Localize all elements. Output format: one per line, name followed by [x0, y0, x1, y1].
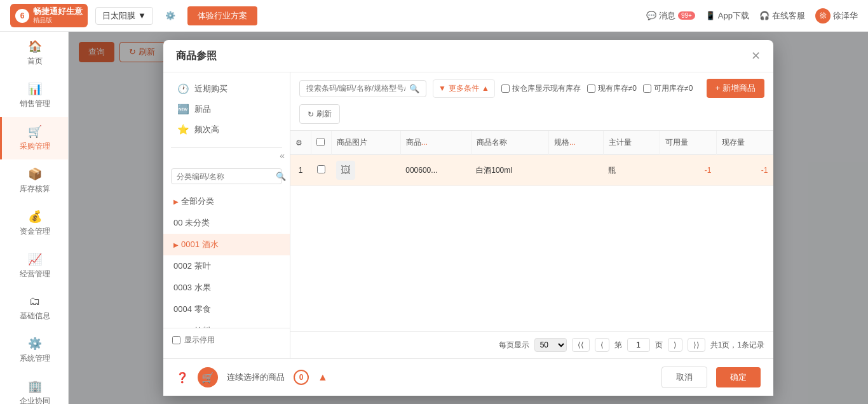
- sidebar-item-finance[interactable]: 💰 资金管理: [0, 202, 68, 245]
- app-download-btn[interactable]: 📱 App下载: [705, 10, 749, 22]
- user-menu[interactable]: 徐 徐泽华: [815, 8, 858, 24]
- refresh-btn[interactable]: ↻ 刷新: [299, 104, 340, 124]
- help-icon[interactable]: ❓: [176, 372, 189, 384]
- sidebar-item-home[interactable]: 🏠 首页: [0, 32, 68, 74]
- td-seq: 1: [290, 155, 311, 186]
- confirm-btn[interactable]: 确定: [716, 367, 761, 387]
- topnav: 6 畅捷通好生意 精品版 日太阳膜 ▼ ⚙️ 体验行业方案 💬 消息 99+ 📱…: [0, 0, 868, 32]
- total-label: 共1页，1条记录: [710, 340, 764, 351]
- cart-icon: 🛒: [201, 372, 214, 384]
- cancel-btn[interactable]: 取消: [661, 367, 707, 388]
- cat-item-0001[interactable]: ▶ 0001 酒水: [163, 234, 290, 255]
- modal-title: 商品参照: [176, 50, 217, 63]
- cat-search-input[interactable]: [177, 172, 272, 181]
- stock-nonzero-checkbox[interactable]: [587, 84, 595, 93]
- page-first-btn[interactable]: ⟨⟨: [572, 338, 590, 352]
- sidebar-item-sys[interactable]: ⚙️ 系统管理: [0, 329, 68, 372]
- page-prev-btn[interactable]: ⟨: [595, 338, 609, 352]
- td-unit: 瓶: [603, 155, 660, 186]
- td-checkbox[interactable]: [311, 155, 331, 186]
- page-next-btn[interactable]: ⟩: [668, 338, 682, 352]
- product-search-input[interactable]: [306, 84, 405, 93]
- table-row[interactable]: 1 🖼 000600... 白酒100ml: [290, 155, 773, 186]
- cat-label-0004: 0004 零食: [173, 304, 211, 315]
- cat-label-0002: 0002 茶叶: [173, 260, 211, 272]
- cat-item-0005[interactable]: 0005 饮料: [163, 320, 290, 328]
- messages-btn[interactable]: 💬 消息 99+: [646, 10, 695, 22]
- service-label: 在线客服: [772, 10, 805, 22]
- warehouse-checkbox[interactable]: [501, 84, 510, 93]
- stock-nonzero-filter[interactable]: 现有库存≠0: [587, 83, 637, 94]
- sidebar-item-sales[interactable]: 📊 销售管理: [0, 74, 68, 117]
- per-page-select[interactable]: 50 100: [534, 338, 567, 352]
- app-layout: 🏠 首页 📊 销售管理 🛒 采购管理 📦 库存核算 💰 资金管理 📈 经营管理 …: [0, 32, 868, 404]
- th-settings[interactable]: ⚙: [290, 131, 311, 155]
- select-all-checkbox[interactable]: [316, 138, 325, 146]
- cat-item-00[interactable]: 00 未分类: [163, 212, 290, 234]
- cat-item-0002[interactable]: 0002 茶叶: [163, 255, 290, 277]
- cat-label-00: 00 未分类: [173, 217, 210, 229]
- filter-new[interactable]: 🆕 新品: [171, 99, 282, 119]
- add-product-btn[interactable]: + 新增商品: [707, 79, 764, 98]
- td-available: -1: [660, 155, 716, 186]
- home-icon: 🏠: [28, 39, 42, 53]
- settings-icon[interactable]: ⚙️: [161, 6, 180, 25]
- page-input[interactable]: [627, 338, 650, 352]
- chevron-down-icon: ▼: [138, 11, 146, 20]
- table-header: ⚙ 商品图片 商品... 商品名称 规格... 主计量 可用量 现存量: [290, 131, 773, 155]
- filter-recent[interactable]: 🕐 近期购买: [171, 79, 282, 99]
- modal-close-btn[interactable]: ✕: [751, 49, 761, 63]
- sidebar-label-ops: 经营管理: [20, 269, 50, 279]
- sales-icon: 📊: [28, 82, 42, 96]
- app-label: App下载: [718, 10, 749, 22]
- recent-icon: 🕐: [177, 83, 189, 95]
- show-disabled-label[interactable]: 显示停用: [184, 335, 215, 346]
- sidebar-label-purchase: 采购管理: [20, 141, 50, 152]
- new-icon: 🆕: [177, 104, 189, 115]
- cat-label-0001: 0001 酒水: [181, 239, 219, 250]
- warehouse-filter[interactable]: 按仓库显示现有库存: [501, 83, 581, 94]
- filter-frequent-label: 频次高: [194, 124, 219, 135]
- divider-1: [171, 147, 282, 148]
- sidebar-label-sales: 销售管理: [20, 98, 50, 109]
- nav-right: 💬 消息 99+ 📱 App下载 🎧 在线客服 徐 徐泽华: [646, 8, 858, 24]
- search-icon: 🔍: [409, 84, 419, 93]
- cat-arrow-all: ▶: [173, 198, 179, 205]
- cat-item-0003[interactable]: 0003 水果: [163, 277, 290, 299]
- sidebar-item-inventory[interactable]: 📦 库存核算: [0, 159, 68, 202]
- row-checkbox[interactable]: [317, 165, 325, 173]
- company-selector[interactable]: 日太阳膜 ▼: [95, 7, 153, 25]
- modal-toolbar: 🔍 ▼ 更多条件 ▲ 按仓库显示现有库存: [290, 72, 773, 131]
- sidebar: 🏠 首页 📊 销售管理 🛒 采购管理 📦 库存核算 💰 资金管理 📈 经营管理 …: [0, 32, 69, 404]
- sidebar-item-ops[interactable]: 📈 经营管理: [0, 245, 68, 287]
- th-spec: 规格...: [548, 131, 603, 155]
- cat-item-0004[interactable]: 0004 零食: [163, 299, 290, 320]
- modal-header: 商品参照 ✕: [163, 40, 773, 72]
- headset-icon: 🎧: [759, 11, 770, 20]
- exp-btn[interactable]: 体验行业方案: [187, 6, 257, 25]
- cat-arrow-0001: ▶: [173, 241, 179, 248]
- sidebar-item-corp[interactable]: 🏢 企业协同: [0, 372, 68, 404]
- sidebar-item-basic[interactable]: 🗂 基础信息: [0, 287, 68, 329]
- cart-btn[interactable]: 🛒: [198, 367, 218, 387]
- th-stock: 现存量: [716, 131, 773, 155]
- sidebar-item-purchase[interactable]: 🛒 采购管理: [0, 117, 68, 159]
- available-nonzero-filter[interactable]: 可用库存≠0: [643, 83, 693, 94]
- cat-item-all[interactable]: ▶ 全部分类: [163, 191, 290, 212]
- logo-text: 畅捷通好生意: [33, 6, 83, 17]
- page-last-btn[interactable]: ⟩⟩: [688, 338, 705, 352]
- collapse-panel-btn[interactable]: «: [163, 151, 290, 165]
- collapse-footer-btn[interactable]: ▲: [318, 372, 328, 383]
- available-nonzero-checkbox[interactable]: [643, 84, 651, 93]
- modal-footer: ❓ 🛒 连续选择的商品 0 ▲ 取消 确定: [163, 358, 773, 396]
- modal-left-panel: 🕐 近期购买 🆕 新品 ⭐ 频次高: [163, 72, 290, 358]
- filter-frequent[interactable]: ⭐ 频次高: [171, 119, 282, 140]
- show-disabled-checkbox[interactable]: [172, 336, 180, 344]
- more-filter-btn[interactable]: ▼ 更多条件 ▲: [433, 79, 495, 98]
- sidebar-label-basic: 基础信息: [20, 311, 50, 321]
- td-spec: [548, 155, 603, 186]
- th-code: 商品...: [400, 131, 471, 155]
- service-btn[interactable]: 🎧 在线客服: [759, 10, 805, 22]
- message-icon: 💬: [646, 11, 656, 20]
- td-name: 白酒100ml: [471, 155, 548, 186]
